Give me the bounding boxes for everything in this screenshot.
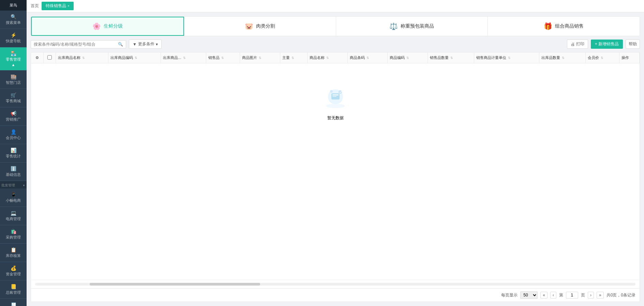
sidebar-label-retailstat: 零售统计	[6, 154, 21, 159]
col-sale-qty[interactable]: 销售品数量 ⇅	[428, 52, 474, 63]
col-out-name[interactable]: 出库商品名称 ⇅	[56, 52, 108, 63]
weight-tab-label: 称重预包装商品	[401, 23, 434, 29]
print-icon: 🖨	[571, 42, 575, 47]
sidebar-item-search[interactable]: 🔍 搜索菜单	[0, 11, 27, 29]
sort-icon: ⇅	[135, 56, 137, 60]
sidebar-item-retail[interactable]: 🏪 零售管理 ▲	[0, 47, 27, 71]
help-label: 帮助	[629, 42, 637, 46]
sidebar-section-wholesale[interactable]: 批发管理 ▼	[0, 181, 27, 188]
main-area: 首页 特殊销售品 × 🌸 生鲜分级 🐷 肉类分割 ⚖️ 称重预包装商品 🎁 组合…	[27, 0, 644, 306]
sidebar-item-member[interactable]: 👤 会员中心	[0, 126, 27, 144]
meat-tab-icon: 🐷	[245, 22, 253, 30]
combo-tab-label: 组合商品销售	[555, 23, 584, 29]
search-input[interactable]	[34, 42, 117, 47]
filter-arrow-icon: ▾	[156, 42, 158, 47]
scrollbar-thumb[interactable]	[90, 283, 260, 286]
marketing-icon: 📢	[11, 111, 16, 116]
col-main-weight[interactable]: 主量 ⇅	[280, 52, 308, 63]
page-label: 第	[559, 292, 563, 298]
sidebar-label-retail: 零售管理	[6, 57, 21, 62]
weight-tab-icon: ⚖️	[389, 22, 398, 30]
toolbar: 🔍 ▼ 更多条件 ▾ 🖨 打印 + 新增销售品 帮助	[31, 40, 640, 49]
inventory-icon: 📋	[11, 247, 16, 253]
add-sale-item-label: + 新增销售品	[595, 41, 619, 47]
sidebar-item-invoice[interactable]: 🧾 发票管理	[0, 299, 27, 306]
search-box[interactable]: 🔍	[31, 40, 126, 48]
sidebar: 菜鸟 🔍 搜索菜单 ⚡ 快捷导航 🏪 零售管理 ▲ 🏬 智慧门店 🛒 零售商城 …	[0, 0, 27, 306]
content-area: 🌸 生鲜分级 🐷 肉类分割 ⚖️ 称重预包装商品 🎁 组合商品销售 🔍	[27, 12, 644, 306]
category-tab-meat[interactable]: 🐷 肉类分割	[184, 17, 336, 36]
sidebar-item-retailstat[interactable]: 📊 零售统计	[0, 144, 27, 163]
retail-icon: 🏪	[11, 51, 16, 56]
sidebar-item-inventory[interactable]: 📋 库存核算	[0, 244, 27, 262]
topbar-tab-close-icon[interactable]: ×	[68, 4, 70, 8]
empty-illustration	[322, 84, 349, 111]
select-all-checkbox[interactable]	[47, 55, 52, 60]
col-out-spec[interactable]: 出库商品... ⇅	[161, 52, 206, 63]
page-suffix: 页	[581, 292, 585, 298]
page-number-input[interactable]	[566, 292, 578, 299]
filter-button[interactable]: ▼ 更多条件 ▾	[129, 40, 162, 49]
horizontal-scrollbar[interactable]	[35, 283, 635, 286]
sidebar-item-finance[interactable]: 💰 资金管理	[0, 262, 27, 280]
print-button[interactable]: 🖨 打印	[567, 40, 588, 49]
svg-rect-4	[332, 96, 336, 97]
page-size-select[interactable]: 50 10 20 100	[520, 291, 538, 299]
combo-tab-icon: 🎁	[544, 22, 552, 30]
sidebar-label-marketing: 营销推广	[6, 117, 21, 122]
retail-arrow-icon: ▲	[12, 63, 15, 67]
next-page-button[interactable]: ›	[588, 292, 594, 299]
first-page-button[interactable]: «	[540, 292, 548, 299]
col-product-code[interactable]: 商品编码 ⇅	[388, 52, 428, 63]
col-product-name[interactable]: 商品名称 ⇅	[308, 52, 348, 63]
sidebar-item-smartstore[interactable]: 🏬 智慧门店	[0, 71, 27, 89]
col-image[interactable]: 商品图片 ⇅	[240, 52, 280, 63]
toolbar-right: 🖨 打印 + 新增销售品 帮助	[567, 40, 640, 49]
category-tab-fresh[interactable]: 🌸 生鲜分级	[31, 17, 184, 36]
sidebar-item-retailmall[interactable]: 🛒 零售商城	[0, 89, 27, 107]
col-out-code[interactable]: 出库商品编码 ⇅	[108, 52, 161, 63]
col-checkbox[interactable]	[43, 52, 56, 63]
svg-point-5	[339, 90, 342, 94]
col-sale-item[interactable]: 销售品 ⇅	[206, 52, 240, 63]
prev-page-button[interactable]: ‹	[550, 292, 556, 299]
sidebar-item-miniprog[interactable]: 📱 小畅电商	[0, 188, 27, 207]
table-scroll[interactable]: ⚙ 出库商品名称 ⇅ 出库商品编码 ⇅	[31, 52, 640, 280]
fresh-tab-icon: 🌸	[92, 22, 101, 30]
last-page-button[interactable]: »	[597, 292, 604, 299]
col-out-qty[interactable]: 出库品数量 ⇅	[539, 52, 586, 63]
sort-icon: ⇅	[221, 56, 224, 60]
quicknav-icon: ⚡	[11, 32, 16, 38]
col-sale-unit[interactable]: 销售商品计量单位 ⇅	[474, 52, 539, 63]
col-barcode[interactable]: 商品条码 ⇅	[347, 52, 388, 63]
col-settings[interactable]: ⚙	[31, 52, 43, 63]
sidebar-logo: 菜鸟	[0, 0, 27, 11]
sidebar-item-marketing[interactable]: 📢 营销推广	[0, 107, 27, 126]
sidebar-item-ecommerce[interactable]: 💻 电商管理	[0, 207, 27, 225]
sidebar-item-basicinfo[interactable]: ℹ️ 基础信息	[0, 163, 27, 181]
search-icon[interactable]: 🔍	[118, 42, 123, 47]
search-icon: 🔍	[11, 14, 16, 19]
sort-icon: ⇅	[183, 56, 186, 60]
print-label: 打印	[576, 41, 584, 47]
category-tab-combo[interactable]: 🎁 组合商品销售	[488, 17, 640, 36]
sidebar-item-purchase[interactable]: 🛍️ 采购管理	[0, 225, 27, 244]
sidebar-label-ecommerce: 电商管理	[6, 216, 21, 221]
sidebar-item-ledger[interactable]: 📒 总账管理	[0, 280, 27, 299]
sidebar-label-finance: 资金管理	[6, 272, 21, 277]
sort-icon: ⇅	[406, 56, 409, 60]
meat-tab-label: 肉类分割	[256, 23, 275, 29]
topbar-active-tab[interactable]: 特殊销售品 ×	[42, 2, 74, 10]
category-tab-weight[interactable]: ⚖️ 称重预包装商品	[336, 17, 488, 36]
help-button[interactable]: 帮助	[626, 40, 640, 49]
smartstore-icon: 🏬	[11, 74, 16, 79]
gear-icon: ⚙	[35, 56, 39, 60]
sidebar-item-quicknav[interactable]: ⚡ 快捷导航	[0, 29, 27, 47]
pagination: 每页显示 50 10 20 100 « ‹ 第 页 › » 共0页，0条记录	[31, 288, 640, 302]
basicinfo-icon: ℹ️	[11, 166, 16, 171]
add-sale-item-button[interactable]: + 新增销售品	[591, 40, 623, 49]
col-member-price[interactable]: 会员价 ⇅	[586, 52, 619, 63]
topbar-home[interactable]: 首页	[31, 3, 39, 9]
sort-icon: ⇅	[450, 56, 453, 60]
wholesale-label: 批发管理	[1, 183, 15, 188]
